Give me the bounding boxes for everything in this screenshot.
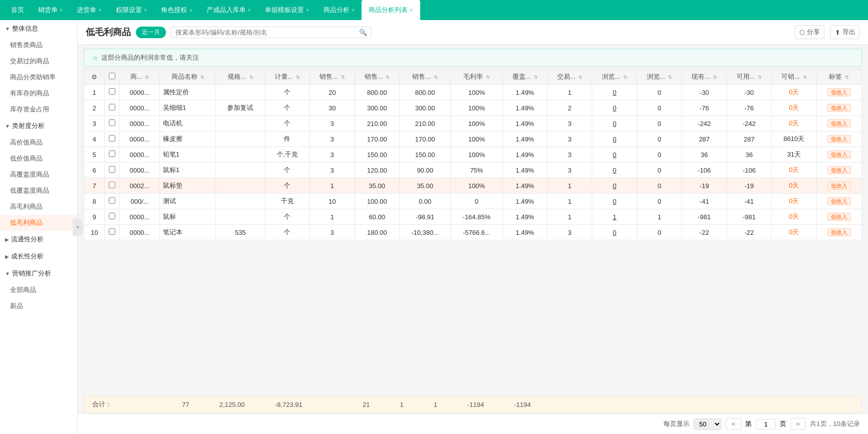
close-icon[interactable]: ×: [98, 7, 101, 13]
prev-page-button[interactable]: ＜: [726, 418, 741, 430]
th-tag[interactable]: 标签 ⇅: [816, 69, 861, 85]
next-page-button[interactable]: ＞: [790, 418, 806, 430]
sidebar-item-new-products[interactable]: 新品: [0, 298, 77, 314]
th-name[interactable]: 商品名称 ⇅: [159, 69, 216, 85]
sidebar-item-capital[interactable]: 库存资金占用: [0, 101, 77, 117]
row-checkbox[interactable]: [109, 88, 115, 95]
sidebar-item-high-coverage[interactable]: 高覆盖度商品: [0, 167, 77, 183]
cell-checkbox[interactable]: [105, 116, 120, 131]
cell-views1[interactable]: 0: [592, 147, 637, 163]
th-unit[interactable]: 计量... ⇅: [265, 69, 309, 85]
close-icon[interactable]: ×: [189, 7, 192, 13]
row-checkbox[interactable]: [109, 228, 115, 235]
sidebar-collapse-button[interactable]: «: [73, 218, 83, 236]
table-scroll-wrapper[interactable]: ⚙ 商... ⇅ 商品名称 ⇅ 规格... ⇅ 计量... ⇅ 销售... ⇅ …: [84, 69, 862, 395]
cell-views1[interactable]: 0: [592, 163, 637, 178]
cell-views1[interactable]: 0: [592, 85, 637, 100]
nav-role-auth[interactable]: 角色授权 ×: [154, 0, 199, 20]
th-sales-profit[interactable]: 销售... ⇅: [400, 69, 451, 85]
cell-views1[interactable]: 0: [592, 100, 637, 116]
cell-views1[interactable]: 0: [592, 131, 637, 147]
th-settings[interactable]: ⚙: [84, 69, 105, 85]
cell-views1[interactable]: 0: [592, 178, 637, 194]
nav-home[interactable]: 首页: [4, 0, 31, 20]
share-button[interactable]: ⬡ 分享: [795, 25, 824, 39]
nav-permission-settings[interactable]: 权限设置 ×: [109, 0, 154, 20]
nav-template-settings[interactable]: 单据模板设置 ×: [258, 0, 316, 20]
th-coverage[interactable]: 覆盖... ⇅: [502, 69, 547, 85]
sidebar-section-marketing[interactable]: ▼ 营销推广分析: [0, 265, 77, 282]
filter-recent-month[interactable]: 近一月: [136, 27, 166, 38]
sidebar-item-all-products[interactable]: 全部商品: [0, 282, 77, 298]
cell-sales-amount: 300.00: [355, 100, 399, 116]
cell-checkbox[interactable]: [105, 225, 120, 240]
sidebar-item-category-rate[interactable]: 商品分类助销率: [0, 69, 77, 85]
search-input[interactable]: [176, 29, 359, 36]
cell-views1[interactable]: 1: [592, 209, 637, 225]
th-sales-amount[interactable]: 销售... ⇅: [355, 69, 399, 85]
th-saleable[interactable]: 可销... ⇅: [772, 69, 816, 85]
search-icon[interactable]: 🔍: [359, 29, 367, 36]
nav-product-receipt[interactable]: 产成品入库单 ×: [200, 0, 258, 20]
close-icon[interactable]: ×: [352, 7, 355, 13]
sidebar-item-in-stock[interactable]: 有库存的商品: [0, 85, 77, 101]
nav-sales-order[interactable]: 销货单 ×: [31, 0, 70, 20]
sidebar-section-circulation[interactable]: ▶ 流通性分析: [0, 231, 77, 248]
cell-checkbox[interactable]: [105, 209, 120, 225]
cell-checkbox[interactable]: [105, 100, 120, 116]
row-checkbox[interactable]: [109, 104, 115, 110]
cell-views1[interactable]: 0: [592, 225, 637, 240]
cell-checkbox[interactable]: [105, 194, 120, 209]
cell-checkbox[interactable]: [105, 178, 120, 194]
tag-badge: 低收入: [827, 135, 851, 143]
close-icon[interactable]: ×: [144, 7, 147, 13]
cell-checkbox[interactable]: [105, 147, 120, 163]
nav-purchase-order[interactable]: 进货单 ×: [70, 0, 108, 20]
th-trade[interactable]: 交易... ⇅: [547, 69, 592, 85]
th-spec[interactable]: 规格... ⇅: [216, 69, 265, 85]
sidebar-item-traded-products[interactable]: 交易过的商品: [0, 53, 77, 69]
row-checkbox[interactable]: [109, 166, 115, 173]
row-checkbox[interactable]: [109, 119, 115, 126]
sidebar-section-class-analysis[interactable]: ▼ 类射度分析: [0, 117, 77, 134]
cell-checkbox[interactable]: [105, 85, 120, 100]
page-number-input[interactable]: [756, 419, 776, 429]
row-checkbox[interactable]: [109, 151, 115, 157]
cell-views1[interactable]: 0: [592, 194, 637, 209]
th-available[interactable]: 可用... ⇅: [727, 69, 771, 85]
cell-sales-amount: 800.00: [355, 85, 399, 100]
th-checkbox[interactable]: [105, 69, 120, 85]
sidebar-item-low-coverage[interactable]: 低覆盖度商品: [0, 183, 77, 199]
sidebar-item-low-margin[interactable]: 低毛利商品: [0, 215, 77, 231]
sidebar-section-overall[interactable]: ▼ 整体信息: [0, 20, 77, 37]
cell-checkbox[interactable]: [105, 131, 120, 147]
row-checkbox[interactable]: [109, 182, 115, 188]
sidebar-item-low-value[interactable]: 低价值商品: [0, 151, 77, 167]
th-views2[interactable]: 浏览... ⇅: [637, 69, 681, 85]
row-checkbox[interactable]: [109, 135, 115, 141]
th-views1[interactable]: 浏览... ⇅: [592, 69, 637, 85]
close-icon[interactable]: ×: [410, 7, 413, 13]
export-button[interactable]: ⬆ 导出: [830, 25, 860, 39]
per-page-select[interactable]: 50 100 200: [693, 418, 722, 430]
sidebar-item-high-margin[interactable]: 高毛利商品: [0, 199, 77, 215]
row-checkbox[interactable]: [109, 197, 115, 204]
sidebar-item-sales-products[interactable]: 销售类商品: [0, 37, 77, 53]
row-checkbox[interactable]: [109, 213, 115, 219]
nav-product-analysis[interactable]: 商品分析 ×: [316, 0, 362, 20]
close-icon[interactable]: ×: [248, 7, 251, 13]
close-icon[interactable]: ×: [306, 7, 309, 13]
close-icon[interactable]: ×: [60, 7, 63, 13]
nav-product-analysis-list[interactable]: 商品分析列表 ×: [362, 0, 420, 20]
cell-views1[interactable]: 0: [592, 116, 637, 131]
th-sales-count[interactable]: 销售... ⇅: [310, 69, 355, 85]
search-box[interactable]: 🔍: [171, 27, 372, 38]
th-margin[interactable]: 毛利率 ⇅: [451, 69, 502, 85]
th-code[interactable]: 商... ⇅: [120, 69, 159, 85]
sidebar-section-growth[interactable]: ▶ 成长性分析: [0, 248, 77, 265]
cell-saleable: 0天: [772, 85, 816, 100]
sidebar-item-high-value[interactable]: 高价值商品: [0, 134, 77, 151]
select-all-checkbox[interactable]: [109, 73, 115, 79]
th-current[interactable]: 现有... ⇅: [682, 69, 727, 85]
cell-checkbox[interactable]: [105, 163, 120, 178]
